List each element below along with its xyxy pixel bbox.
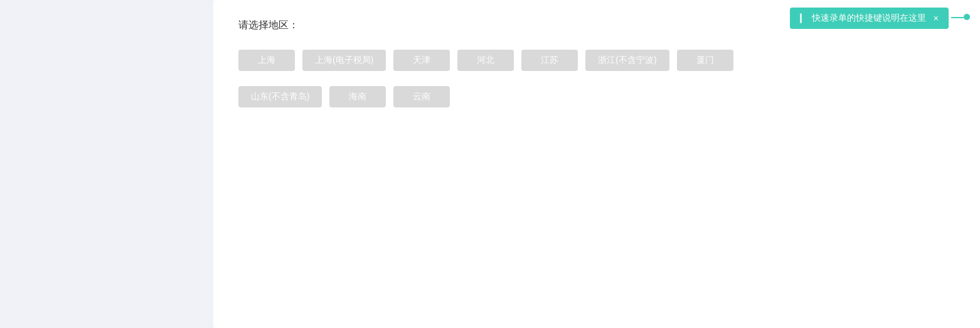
region-buttons-container: 上海上海(电子税局)天津河北江苏浙江(不含宁波)厦门山东(不含青岛)海南云南 bbox=[238, 50, 955, 107]
region-btn-shanghai[interactable]: 上海 bbox=[238, 50, 295, 71]
main-content: 请选择地区： 上海上海(电子税局)天津河北江苏浙江(不含宁波)厦门山东(不含青岛… bbox=[213, 0, 980, 328]
region-btn-shandong[interactable]: 山东(不含青岛) bbox=[238, 86, 322, 107]
tooltip-connector bbox=[951, 17, 964, 18]
region-btn-jiangsu[interactable]: 江苏 bbox=[521, 50, 578, 71]
tooltip-dot bbox=[964, 14, 970, 20]
left-sidebar bbox=[0, 0, 213, 328]
region-btn-shanghai-etax[interactable]: 上海(电子税局) bbox=[302, 50, 386, 71]
region-btn-tianjin[interactable]: 天津 bbox=[393, 50, 450, 71]
region-btn-yunnan[interactable]: 云南 bbox=[393, 86, 450, 107]
region-btn-hainan[interactable]: 海南 bbox=[329, 86, 386, 107]
tooltip-close-button[interactable]: × bbox=[934, 14, 939, 23]
tooltip-banner: 快速录单的快捷键说明在这里 × bbox=[790, 8, 949, 29]
region-btn-hebei[interactable]: 河北 bbox=[457, 50, 514, 71]
tooltip-text: 快速录单的快捷键说明在这里 bbox=[812, 13, 926, 24]
region-btn-zhejiang[interactable]: 浙江(不含宁波) bbox=[585, 50, 669, 71]
region-btn-xiamen[interactable]: 厦门 bbox=[677, 50, 733, 71]
